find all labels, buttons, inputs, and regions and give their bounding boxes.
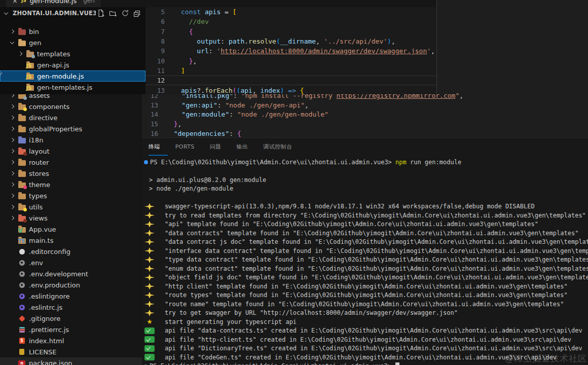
check-icon (144, 327, 155, 334)
code-segment: run gen:module (407, 159, 461, 166)
tree-item-main-ts[interactable]: TSmain.ts (0, 235, 142, 246)
terminal-line: "object field js doc" template found in … (142, 273, 588, 282)
refresh-button[interactable] (120, 8, 130, 18)
tree-item-gen-api-js[interactable]: JSgen-api.js (0, 59, 145, 70)
tree-item-globalproperties[interactable]: globalProperties (0, 123, 142, 134)
tree-item-package-json[interactable]: npackage.json (0, 357, 142, 365)
tree-item-label: globalProperties (29, 125, 82, 133)
code-segment: : (217, 101, 226, 109)
code-text: output: path.resolve(__dirname, '../src/… (181, 38, 395, 45)
panel-tab-[interactable]: 终端 (149, 138, 168, 156)
tree-item--editorconfig[interactable]: .editorconfig (0, 246, 142, 257)
folder-templates-glyph (26, 52, 34, 57)
terminal-cursor[interactable] (395, 362, 399, 365)
tree-item--prettierrc-js[interactable]: .prettierrc.js (0, 324, 142, 335)
project-title: ZHONTAI.UI.ADMIN.VUE3 (13, 10, 96, 17)
panel-tab-[interactable]: 调试控制台 (255, 138, 300, 156)
tree-item-label: .gitignore (29, 315, 60, 322)
code-segment: , (459, 92, 463, 99)
npm-glyph: n (18, 360, 25, 365)
terminal-line: api file "http-client.ts" created in E:\… (142, 335, 588, 344)
tree-item-gen-module-js[interactable]: JSgen-module.js (0, 70, 145, 82)
new-folder-button[interactable] (108, 8, 118, 18)
tree-item-license[interactable]: LICENSE (0, 346, 142, 357)
code-line: 16 "dependencies": { (142, 129, 588, 137)
tree-item-directive[interactable]: directive (0, 112, 142, 123)
code-segment: : (229, 111, 237, 118)
sparkle-icon (144, 230, 155, 236)
code-segment (181, 38, 197, 45)
folder-views-glyph (18, 216, 26, 222)
code-line: 8 output: path.resolve(__dirname, '../sr… (145, 36, 436, 46)
git-icon (18, 314, 26, 322)
tree-item-stores[interactable]: stores (0, 168, 142, 179)
code-segment: api file "data-contracts.ts" created in … (165, 327, 582, 334)
collapse-all-button[interactable] (132, 8, 142, 18)
chevron-spacer (9, 248, 15, 254)
tree-item-label: types (29, 192, 47, 200)
code-segment: { (300, 87, 304, 94)
code-segment (166, 101, 181, 109)
panel-tab-[interactable]: 问题 (202, 138, 229, 156)
explorer-header[interactable]: ZHONTAI.UI.ADMIN.VUE3 (0, 7, 145, 19)
sparkle-icon (144, 265, 155, 272)
gear-glyph (19, 260, 25, 266)
tree-item--env-development[interactable]: .env.development (0, 268, 142, 279)
chevron-spacer (9, 293, 15, 299)
sparkle-icon (144, 221, 155, 228)
chevron-down-icon (9, 40, 15, 46)
code-text: "gen:module": "node ./gen/gen-module" (166, 111, 328, 118)
tree-item-label: .prettierrc.js (29, 326, 69, 334)
tree-item-utils[interactable]: utils (0, 201, 142, 212)
panel-tab-[interactable]: 输出 (229, 138, 255, 156)
panel-tab-ports[interactable]: PORTS (168, 138, 202, 156)
tree-item--eslintignore[interactable]: .eslintignore (0, 290, 142, 302)
license-icon (18, 348, 26, 356)
tree-item-app-vue[interactable]: VApp.vue (0, 224, 142, 235)
terminal-line: > admin.ui.plus@8.2.0 gen:module (142, 175, 588, 185)
collapse-all-icon (133, 9, 141, 17)
tree-item--gitignore[interactable]: .gitignore (0, 313, 142, 324)
tree-item-index-html[interactable]: 5index.html (0, 335, 142, 346)
code-segment: ?. (197, 87, 205, 94)
tab-gen-module[interactable]: × JS gen-module.js gen (6, 0, 101, 7)
tree-item-components[interactable]: components (0, 101, 142, 112)
sparkle-icon (144, 257, 155, 263)
tree-item-layout[interactable]: layout (0, 145, 142, 157)
sparkle-icon (144, 283, 155, 289)
tree-item-bin[interactable]: bin (0, 26, 145, 37)
tree-item-theme[interactable]: theme (0, 179, 142, 190)
code-segment: { (189, 28, 193, 35)
tree-item--eslintrc-js[interactable]: .eslintrc.js (0, 302, 142, 313)
tree-item-router[interactable]: router (0, 157, 142, 168)
tree-item-templates[interactable]: templates (0, 48, 145, 59)
tree-item-i18n[interactable]: i18n (0, 134, 142, 145)
tree-item-label: utils (29, 203, 43, 211)
terminal[interactable]: PS E:\Coding\02Github\yimogit\Admin.Core… (142, 158, 588, 365)
code-segment: path (229, 38, 244, 45)
code-segment: "dependencies" (174, 130, 230, 137)
tree-item--env[interactable]: .env (0, 257, 142, 268)
panel-tabs: 终端PORTS问题输出调试控制台 (142, 138, 588, 156)
code-segment: try to get swagger by URL "http://localh… (165, 309, 458, 316)
code-segment: , (316, 38, 324, 45)
vue-glyph: V (18, 227, 26, 233)
code-segment: '../src/api/dev' (324, 38, 387, 45)
code-text: }, (166, 120, 181, 128)
close-icon[interactable]: × (12, 0, 18, 4)
tree-item--env-production[interactable]: .env.production (0, 279, 142, 290)
code-segment: , (431, 47, 435, 55)
folder-open-glyph (18, 41, 26, 46)
code-segment: forEach (205, 87, 233, 94)
tree-item-public[interactable]: public (0, 93, 145, 94)
editor-gen-module[interactable]: 5const apis = [6 //dev7 {8 output: path.… (145, 7, 436, 94)
tree-item-views[interactable]: views (0, 212, 142, 224)
new-file-button[interactable] (96, 8, 106, 18)
gear-glyph (19, 282, 25, 288)
code-segment: "gen:api" (181, 101, 217, 109)
tree-item-gen-templates-js[interactable]: JSgen-templates.js (0, 82, 145, 93)
tree-item-gen[interactable]: gen (0, 37, 145, 48)
gear-icon (18, 281, 26, 289)
terminal-line: api file "data-contracts.ts" created in … (142, 326, 588, 336)
tree-item-types[interactable]: types (0, 190, 142, 201)
